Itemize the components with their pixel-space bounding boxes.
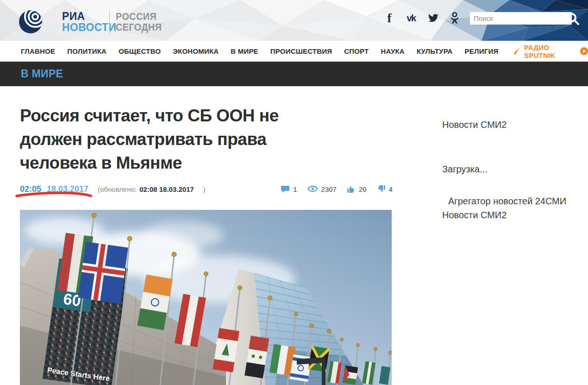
likes-stat[interactable]: 20 (347, 185, 367, 193)
tagline-segodnya: СЕГОДНЯ (116, 22, 162, 32)
comment-icon (281, 185, 290, 193)
vk-icon[interactable]: vk (405, 11, 417, 25)
twitter-icon[interactable] (427, 11, 439, 25)
dislikes-count: 4 (389, 185, 393, 193)
comments-count: 1 (293, 185, 297, 193)
publish-time: 02:05 (20, 184, 41, 194)
views-count: 2307 (321, 185, 337, 193)
ria-globe-icon (19, 9, 44, 34)
dislikes-stat[interactable]: 4 (377, 185, 393, 193)
sidebar-24smi-link[interactable]: Агрегатор новостей 24СМИ (448, 196, 566, 207)
article-meta: 02:05 18.03.2017 (обновлено: 02:08 18.03… (20, 184, 206, 194)
ria-novosti-logo[interactable]: РИА НОВОСТИ РОССИЯ СЕГОДНЯ (19, 7, 134, 35)
title-line-1: Россия считает, что СБ ООН не (20, 104, 381, 127)
views-stat: 2307 (307, 185, 337, 193)
updated-time: 02:08 18.03.2017 (139, 185, 194, 193)
section-label[interactable]: В МИРЕ (21, 68, 63, 80)
logo-line-ria: РИА (62, 11, 116, 22)
radio-sputnik-label: РАДИО SPUTNIK (524, 44, 576, 59)
sidebar-smi2-title-2[interactable]: Новости СМИ2 (442, 210, 507, 221)
flag-iceland (78, 242, 128, 304)
comments-stat[interactable]: 1 (281, 185, 297, 193)
sidebar-smi2-title[interactable]: Новости СМИ2 (442, 120, 507, 130)
nav-item-sport[interactable]: СПОРТ (344, 47, 369, 55)
radio-sputnik-link[interactable]: РАДИО SPUTNIK (511, 44, 588, 59)
nav-item-ekonomika[interactable]: ЭКОНОМИКА (173, 47, 219, 55)
search-icon (566, 12, 581, 26)
page: РИА НОВОСТИ РОССИЯ СЕГОДНЯ f vk (0, 0, 588, 385)
title-line-2: должен рассматривать права (20, 127, 381, 151)
logo-divider (109, 10, 110, 34)
logo-wordmark: РИА НОВОСТИ (62, 11, 116, 33)
search-button[interactable] (566, 12, 581, 26)
thumb-up-icon (347, 185, 356, 193)
logo-line-novosti: НОВОСТИ (62, 22, 116, 33)
nav-item-kultura[interactable]: КУЛЬТУРА (417, 47, 453, 55)
updated-prefix: (обновлено: (98, 185, 137, 193)
title-line-3: человека в Мьянме (20, 151, 381, 175)
nav-item-nauka[interactable]: НАУКА (381, 47, 404, 55)
odnoklassniki-icon[interactable] (449, 11, 461, 25)
article-photo-un-flags: UNITED NATIONS 60 Peace Starts Here (20, 210, 392, 385)
nav-item-v-mire[interactable]: В МИРЕ (231, 47, 258, 55)
updated-suffix: ) (203, 185, 206, 193)
article-title: Россия считает, что СБ ООН не должен рас… (20, 104, 381, 175)
sidebar-loading-text: Загрузка... (442, 164, 488, 175)
search-input[interactable] (470, 12, 572, 25)
logo-tagline: РОССИЯ СЕГОДНЯ (116, 11, 162, 32)
site-header: РИА НОВОСТИ РОССИЯ СЕГОДНЯ f vk (0, 0, 588, 41)
nav-item-religiya[interactable]: РЕЛИГИЯ (465, 47, 499, 55)
article-stats: 1 2307 20 4 (287, 185, 393, 193)
publish-date: 18.03.2017 (47, 184, 88, 194)
nav-item-politika[interactable]: ПОЛИТИКА (67, 47, 106, 55)
nav-item-glavnoe[interactable]: ГЛАВНОЕ (21, 47, 55, 55)
facebook-icon[interactable]: f (383, 11, 395, 25)
tagline-rossiya: РОССИЯ (116, 11, 162, 22)
nav-item-obschestvo[interactable]: ОБЩЕСТВО (119, 47, 161, 55)
section-bar: В МИРЕ (0, 62, 588, 86)
thumb-down-icon (377, 185, 386, 193)
main-navigation: ГЛАВНОЕ ПОЛИТИКА ОБЩЕСТВО ЭКОНОМИКА В МИ… (0, 41, 588, 62)
play-icon (580, 47, 588, 56)
social-icons: f vk (383, 10, 482, 26)
radio-flag-icon (511, 47, 520, 56)
nav-item-proisshestviya[interactable]: ПРОИСШЕСТВИЯ (270, 47, 332, 55)
eye-icon (307, 185, 318, 193)
likes-count: 20 (359, 185, 367, 193)
flag-palestine (343, 366, 358, 385)
